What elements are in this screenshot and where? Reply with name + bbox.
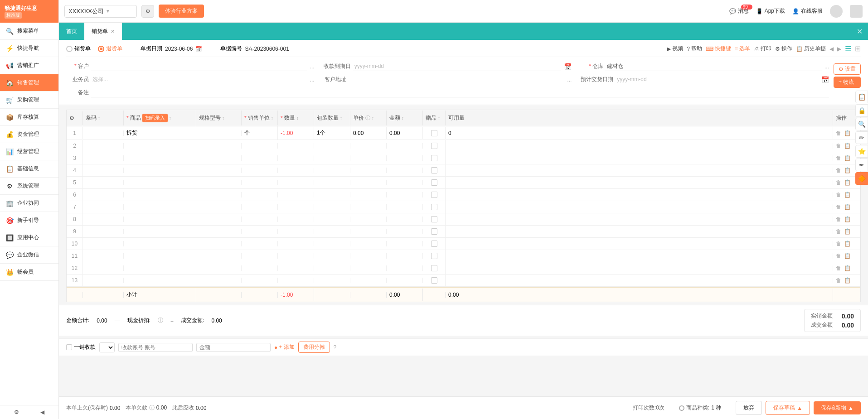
info-icon[interactable]: ⓘ xyxy=(365,115,370,121)
cell-spec[interactable] xyxy=(196,241,242,246)
cell-product[interactable] xyxy=(124,241,196,246)
cell-barcode[interactable] xyxy=(83,278,124,283)
cell-price[interactable] xyxy=(350,180,387,185)
user-settings[interactable] xyxy=(850,5,863,18)
cell-price[interactable]: 0.00 xyxy=(350,127,387,139)
sort-icon[interactable]: ↕ xyxy=(222,116,224,120)
cell-product[interactable] xyxy=(124,192,196,197)
sidebar-item-inventory[interactable]: 📦 库存核算 xyxy=(0,109,58,126)
expected-date-input[interactable] xyxy=(615,75,819,84)
copy-icon[interactable]: 📋 xyxy=(844,130,851,136)
gift-checkbox[interactable] xyxy=(431,155,437,161)
cell-qty[interactable] xyxy=(278,253,314,259)
sort-icon[interactable]: ↕ xyxy=(340,116,342,120)
message-button[interactable]: 💬 消息 99+ xyxy=(729,7,749,15)
gift-checkbox[interactable] xyxy=(431,277,437,284)
payment-amount-input[interactable] xyxy=(196,343,271,352)
gift-checkbox[interactable] xyxy=(431,253,437,259)
sidebar-item-sales[interactable]: 🏠 销售管理 xyxy=(0,74,58,92)
sidebar-item-base[interactable]: 📋 基础信息 xyxy=(0,160,58,178)
copy-icon[interactable]: 📋 xyxy=(844,216,851,222)
cell-qty[interactable] xyxy=(278,241,314,246)
cell-unit[interactable] xyxy=(242,192,278,197)
cell-unit[interactable] xyxy=(242,253,278,259)
logistics-btn[interactable]: + 物流 xyxy=(834,77,861,88)
delete-icon[interactable]: 🗑 xyxy=(836,216,841,222)
cell-barcode[interactable] xyxy=(83,229,124,234)
warehouse-input[interactable] xyxy=(605,62,822,71)
cell-unit[interactable] xyxy=(242,143,278,149)
cell-price[interactable] xyxy=(350,168,387,173)
calendar-icon[interactable]: 📅 xyxy=(195,46,202,52)
cell-pkg[interactable] xyxy=(314,143,350,149)
toolbar-history[interactable]: 📋 历史单据 xyxy=(796,45,826,53)
cell-spec[interactable] xyxy=(196,253,242,259)
copy-icon[interactable]: 📋 xyxy=(844,253,851,259)
cell-barcode[interactable] xyxy=(83,253,124,259)
gift-checkbox[interactable] xyxy=(431,130,437,136)
float-btn-5[interactable]: ⭐ xyxy=(855,145,868,158)
cell-product[interactable] xyxy=(124,168,196,173)
info-icon[interactable]: ⓘ xyxy=(149,405,155,411)
delete-icon[interactable]: 🗑 xyxy=(836,130,841,136)
copy-icon[interactable]: 📋 xyxy=(844,204,851,210)
cell-pkg[interactable] xyxy=(314,155,350,161)
cell-qty[interactable] xyxy=(278,278,314,283)
one-click-checkbox[interactable] xyxy=(66,344,72,350)
discard-button[interactable]: 放弃 xyxy=(736,401,762,415)
cell-barcode[interactable] xyxy=(83,192,124,197)
cell-pkg[interactable] xyxy=(314,217,350,222)
cell-barcode[interactable] xyxy=(83,204,124,210)
settings-action-btn[interactable]: ⚙ 设置 xyxy=(834,63,861,75)
cell-pkg[interactable] xyxy=(314,180,350,185)
cell-qty[interactable] xyxy=(278,217,314,222)
cell-amount[interactable] xyxy=(387,168,423,173)
cell-qty[interactable] xyxy=(278,265,314,271)
cell-pkg[interactable] xyxy=(314,278,350,283)
cell-gift[interactable] xyxy=(423,275,446,286)
cell-price[interactable] xyxy=(350,192,387,197)
cell-gift[interactable] xyxy=(423,177,446,188)
float-btn-6[interactable]: ✒ xyxy=(855,159,868,171)
payment-method-select[interactable] xyxy=(99,342,115,352)
toolbar-shortcuts[interactable]: ⌨ 快捷键 xyxy=(706,45,731,53)
nav-next-icon[interactable]: ▶ xyxy=(837,46,841,52)
sidebar-item-system[interactable]: ⚙ 系统管理 xyxy=(0,178,58,195)
cell-amount[interactable] xyxy=(387,253,423,259)
delete-icon[interactable]: 🗑 xyxy=(836,228,841,235)
view-list-icon[interactable]: ☰ xyxy=(845,44,851,53)
cell-barcode[interactable] xyxy=(83,217,124,222)
cell-unit[interactable] xyxy=(242,217,278,222)
trial-btn[interactable]: 体验行业方案 xyxy=(159,5,204,18)
sidebar-item-member[interactable]: 👑 畅会员 xyxy=(0,264,58,281)
cell-pkg[interactable]: 1个 xyxy=(314,126,350,140)
sidebar-item-operations[interactable]: 📊 经营管理 xyxy=(0,143,58,160)
cell-product[interactable] xyxy=(124,217,196,222)
customer-dots[interactable]: ... xyxy=(310,63,315,70)
cell-spec[interactable] xyxy=(196,192,242,197)
copy-icon[interactable]: 📋 xyxy=(844,192,851,198)
gift-checkbox[interactable] xyxy=(431,228,437,235)
avatar[interactable] xyxy=(830,5,843,18)
cell-product[interactable] xyxy=(124,278,196,283)
cell-product[interactable] xyxy=(124,229,196,234)
radio-return[interactable]: 退货单 xyxy=(98,45,122,53)
cell-unit[interactable] xyxy=(242,278,278,283)
sidebar-item-guide[interactable]: 🎯 新手引导 xyxy=(0,212,58,229)
sort-icon[interactable]: ↕ xyxy=(169,116,171,120)
cell-unit[interactable] xyxy=(242,180,278,185)
cell-price[interactable] xyxy=(350,217,387,222)
cell-barcode[interactable] xyxy=(83,265,124,271)
delete-icon[interactable]: 🗑 xyxy=(836,253,841,259)
gift-checkbox[interactable] xyxy=(431,241,437,247)
cell-barcode[interactable] xyxy=(83,130,124,136)
settings-button[interactable]: ⚙ xyxy=(141,5,154,18)
cell-gift[interactable] xyxy=(423,250,446,262)
cell-unit[interactable] xyxy=(242,265,278,271)
scan-button[interactable]: 扫码录入 xyxy=(142,114,168,122)
delete-icon[interactable]: 🗑 xyxy=(836,143,841,149)
copy-icon[interactable]: 📋 xyxy=(844,143,851,149)
sidebar-item-wechat[interactable]: 💬 企业微信 xyxy=(0,246,58,264)
sort-icon[interactable]: ↕ xyxy=(98,116,100,120)
sidebar-item-finance[interactable]: 💰 资金管理 xyxy=(0,126,58,143)
